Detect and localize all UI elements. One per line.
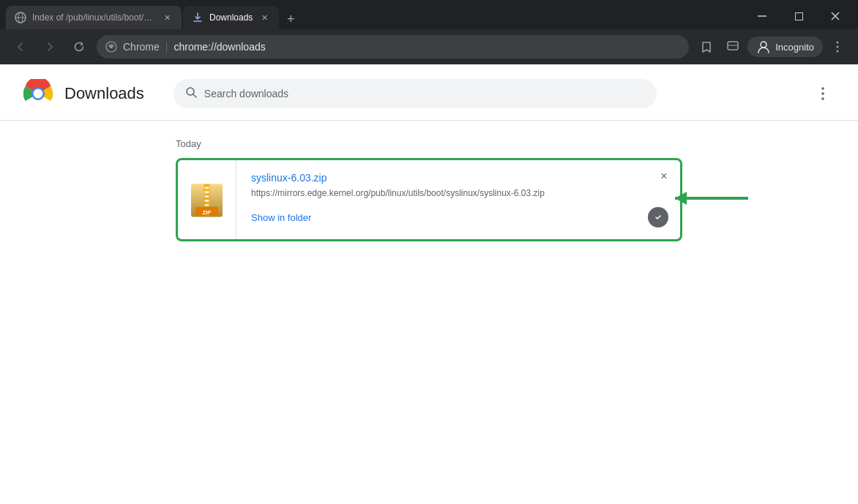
- tab-2-close-button[interactable]: ✕: [258, 12, 270, 23]
- svg-rect-27: [205, 195, 209, 198]
- svg-rect-25: [205, 187, 209, 189]
- svg-point-8: [110, 45, 113, 48]
- tab-search-button[interactable]: [721, 35, 745, 59]
- download-filename-link[interactable]: syslinux-6.03.zip: [251, 172, 668, 184]
- toolbar: Chrome | chrome://downloads Incognito: [0, 29, 858, 64]
- tab-2-title: Downloads: [209, 12, 253, 23]
- incognito-label: Incognito: [775, 42, 814, 53]
- zip-file-icon: ZIP: [190, 179, 224, 220]
- svg-point-20: [821, 92, 824, 95]
- incognito-profile-button[interactable]: Incognito: [747, 37, 823, 57]
- site-label: Chrome: [123, 41, 160, 53]
- tab-1-title: Index of /pub/linux/utils/boot/s…: [32, 12, 155, 23]
- svg-line-18: [193, 94, 196, 97]
- tab-favicon-globe: [15, 12, 26, 23]
- svg-text:ZIP: ZIP: [202, 209, 211, 216]
- close-button[interactable]: [818, 6, 852, 26]
- tab-favicon-downloads: [192, 12, 204, 23]
- svg-point-10: [761, 42, 766, 48]
- remove-download-button[interactable]: ×: [655, 168, 673, 185]
- page-header: Downloads Search downloads: [0, 64, 858, 121]
- back-button[interactable]: [9, 35, 32, 59]
- address-text: chrome://downloads: [174, 41, 265, 53]
- tab-index[interactable]: Index of /pub/linux/utils/boot/s… ✕: [6, 6, 182, 29]
- minimize-button[interactable]: [745, 6, 779, 26]
- svg-rect-29: [205, 204, 209, 206]
- site-security-icon: [105, 41, 117, 53]
- tab-1-close-button[interactable]: ✕: [161, 12, 173, 23]
- forward-button[interactable]: [38, 35, 61, 59]
- svg-point-11: [837, 42, 839, 44]
- download-icon-column: ZIP: [178, 160, 236, 239]
- tab-strip: Index of /pub/linux/utils/boot/s… ✕ Down…: [6, 0, 852, 29]
- svg-point-19: [821, 87, 824, 90]
- svg-point-12: [837, 46, 839, 48]
- svg-rect-26: [205, 191, 209, 193]
- address-bar[interactable]: Chrome | chrome://downloads: [97, 35, 689, 59]
- svg-rect-28: [205, 200, 209, 202]
- download-card: ZIP syslinux-6.03.zip https://mirrors.ed…: [176, 158, 682, 241]
- download-info-column: syslinux-6.03.zip https://mirrors.edge.k…: [236, 160, 680, 239]
- more-menu-button[interactable]: [826, 35, 849, 59]
- show-in-folder-button[interactable]: Show in folder: [251, 212, 311, 223]
- chrome-logo: [23, 79, 53, 108]
- download-complete-icon: [648, 207, 668, 227]
- downloads-section: Today: [0, 121, 858, 241]
- svg-rect-4: [795, 12, 802, 20]
- page-more-button[interactable]: [811, 82, 835, 105]
- toolbar-actions: Incognito: [695, 35, 849, 59]
- address-separator: |: [165, 41, 168, 53]
- search-box[interactable]: Search downloads: [174, 79, 657, 108]
- tab-downloads[interactable]: Downloads ✕: [183, 6, 279, 29]
- search-placeholder-text: Search downloads: [204, 88, 288, 99]
- refresh-button[interactable]: [67, 35, 91, 59]
- window-controls: [745, 6, 852, 26]
- download-actions: Show in folder: [251, 207, 668, 227]
- section-date-label: Today: [176, 138, 682, 149]
- maximize-button[interactable]: [782, 6, 816, 26]
- svg-point-21: [821, 97, 824, 100]
- new-tab-button[interactable]: +: [280, 9, 301, 29]
- page-title: Downloads: [64, 84, 144, 103]
- bookmark-button[interactable]: [695, 35, 718, 59]
- search-icon: [185, 86, 197, 101]
- titlebar: Index of /pub/linux/utils/boot/s… ✕ Down…: [0, 0, 858, 29]
- svg-point-13: [837, 50, 839, 53]
- page-content: Downloads Search downloads Today: [0, 64, 858, 504]
- download-url-text: https://mirrors.edge.kernel.org/pub/linu…: [251, 188, 668, 198]
- svg-point-16: [34, 89, 43, 99]
- search-container: Search downloads: [174, 79, 657, 108]
